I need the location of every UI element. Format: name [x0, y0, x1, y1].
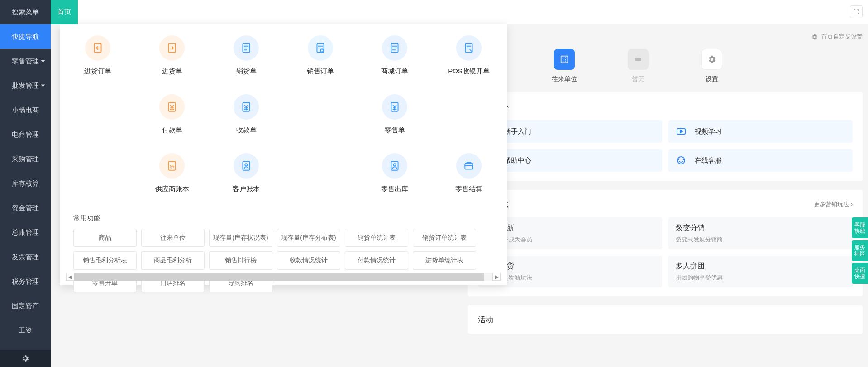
help-item-label: 在线客服	[695, 156, 722, 165]
money-icon	[382, 94, 407, 120]
flow-node-10[interactable]: 客户账本	[209, 153, 283, 212]
sidebar-item-label: 总账管理	[12, 228, 39, 237]
float-button-0[interactable]: 客服热线	[852, 217, 868, 238]
sidebar: 搜索菜单快捷导航零售管理批发管理小畅电商电商管理采购管理库存核算资金管理总账管理…	[0, 0, 51, 367]
customer-icon	[234, 153, 259, 179]
flow-node-12[interactable]: 零售结算	[432, 153, 506, 212]
sidebar-item-9[interactable]: 总账管理	[0, 220, 51, 245]
common-fn-5[interactable]: 销货订单统计表	[413, 229, 476, 247]
doc-list-icon	[234, 35, 259, 61]
fullscreen-icon	[853, 9, 859, 15]
sidebar-item-label: 固定资产	[12, 302, 39, 310]
marketing-card-title: 多人拼团	[676, 261, 845, 271]
flow-node-label: 零售单	[385, 126, 405, 135]
flow-node-label: 零售出库	[381, 185, 408, 193]
sidebar-item-label: 搜索菜单	[12, 8, 39, 17]
chevron-down-icon	[41, 85, 45, 87]
tile-icon	[554, 49, 575, 70]
marketing-card-3[interactable]: 多人拼团拼团购物享受优惠	[668, 256, 853, 287]
float-button-2[interactable]: 桌面快捷	[852, 263, 868, 284]
flow-node-2[interactable]: 销货单	[209, 35, 283, 94]
sidebar-item-0[interactable]: 搜索菜单	[0, 0, 51, 24]
scroll-thumb[interactable]	[74, 273, 484, 281]
scroll-right-icon[interactable]: ▶	[492, 273, 501, 281]
chevron-right-icon: ›	[851, 201, 853, 208]
sidebar-item-10[interactable]: 发票管理	[0, 245, 51, 269]
marketing-card-1[interactable]: 裂变分销裂变式发展分销商	[668, 217, 853, 249]
flow-node-7[interactable]: 收款单	[209, 94, 283, 153]
sidebar-item-8[interactable]: 资金管理	[0, 196, 51, 220]
sidebar-settings[interactable]	[0, 350, 51, 367]
help-item-3[interactable]: 在线客服	[668, 149, 853, 172]
marketing-card: 营销玩法 更多营销玩法 › 会员拉新吸引用户成为会员裂变分销裂变式发展分销商直播…	[468, 190, 863, 296]
horizontal-scrollbar[interactable]: ◀ ▶	[66, 273, 501, 281]
common-fn-6[interactable]: 销售毛利分析表	[73, 251, 137, 270]
help-center-card: 帮助中心 新手入门视频学习帮助中心在线客服	[468, 92, 863, 181]
sidebar-item-12[interactable]: 固定资产	[0, 294, 51, 318]
sidebar-item-label: 采购管理	[12, 155, 39, 164]
common-fn-7[interactable]: 商品毛利分析	[141, 251, 205, 270]
svg-text:供: 供	[170, 164, 174, 169]
flow-node-3[interactable]: 销售订单	[283, 35, 358, 94]
flow-node-11[interactable]: 零售出库	[358, 153, 432, 212]
quick-tile-3[interactable]: 设置	[689, 49, 734, 83]
flow-node-label: 供应商账本	[155, 185, 189, 193]
flow-node-label: 进货订单	[84, 67, 111, 76]
scroll-left-icon[interactable]: ◀	[66, 273, 74, 281]
common-fn-4[interactable]: 销货单统计表	[345, 229, 408, 247]
svg-point-15	[393, 164, 396, 166]
tab-home[interactable]: 首页	[51, 0, 78, 24]
help-item-1[interactable]: 视频学习	[668, 120, 853, 143]
flow-node-4[interactable]: 商城订单	[358, 35, 432, 94]
marketing-more-link[interactable]: 更多营销玩法 ›	[814, 200, 853, 208]
scroll-track[interactable]	[74, 273, 492, 281]
sidebar-item-7[interactable]: 库存核算	[0, 171, 51, 196]
common-fn-1[interactable]: 往来单位	[141, 229, 205, 247]
sidebar-item-6[interactable]: 采购管理	[0, 147, 51, 171]
sidebar-item-1[interactable]: 快捷导航	[0, 24, 51, 49]
flow-node-0[interactable]: 进货订单	[61, 35, 135, 94]
flow-node-label: 进货单	[162, 67, 182, 76]
sidebar-item-label: 电商管理	[12, 130, 39, 139]
common-fn-10[interactable]: 付款情况统计	[345, 251, 408, 270]
right-column: 首页自定义设置 现金流量表往来单位暂无设置 帮助中心 新手入门视频学习帮助中心在…	[468, 30, 863, 334]
common-fn-2[interactable]: 现存量(库存状况表)	[209, 229, 272, 247]
quick-tile-1[interactable]: 往来单位	[542, 49, 587, 83]
money-icon	[159, 94, 185, 120]
flow-node-label: POS收银开单	[448, 67, 490, 76]
common-fn-8[interactable]: 销售排行榜	[209, 251, 272, 270]
doc-in-icon	[85, 35, 110, 61]
common-fn-0[interactable]: 商品	[73, 229, 137, 247]
common-fn-9[interactable]: 收款情况统计	[277, 251, 340, 270]
common-fn-11[interactable]: 进货单统计表	[413, 251, 476, 270]
sidebar-item-2[interactable]: 零售管理	[0, 49, 51, 73]
fullscreen-button[interactable]	[850, 5, 863, 18]
svg-point-13	[245, 164, 247, 166]
flow-node-9[interactable]: 供供应商账本	[135, 153, 209, 212]
flow-node-label: 客户账本	[233, 185, 260, 193]
sidebar-item-4[interactable]: 小畅电商	[0, 98, 51, 122]
marketing-card-title: 会员拉新	[485, 223, 655, 233]
homepage-custom-settings[interactable]: 首页自定义设置	[468, 30, 863, 43]
sidebar-item-5[interactable]: 电商管理	[0, 122, 51, 147]
help-item-label: 帮助中心	[504, 156, 531, 165]
marketing-card-subtitle: 裂变式发展分销商	[676, 236, 845, 244]
flow-node-5[interactable]: POS收银开单	[432, 35, 506, 94]
svg-point-4	[320, 49, 324, 52]
svg-rect-19	[561, 56, 568, 63]
doc-edit-icon	[456, 35, 482, 61]
common-fn-3[interactable]: 现存量(库存分布表)	[277, 229, 340, 247]
tile-label: 往来单位	[552, 75, 577, 83]
gear-icon	[811, 34, 818, 40]
sidebar-item-3[interactable]: 批发管理	[0, 73, 51, 98]
flow-node-label: 收款单	[236, 126, 257, 135]
flow-node-8[interactable]: 零售单	[358, 94, 432, 153]
float-button-1[interactable]: 服务社区	[852, 240, 868, 261]
sidebar-item-11[interactable]: 税务管理	[0, 269, 51, 294]
flow-node-6[interactable]: 付款单	[135, 94, 209, 153]
flow-node-1[interactable]: 进货单	[135, 35, 209, 94]
sidebar-item-label: 资金管理	[12, 204, 39, 212]
marketing-card-subtitle: 拼团购物享受优惠	[676, 274, 845, 282]
quick-tile-2[interactable]: 暂无	[615, 49, 661, 83]
sidebar-item-13[interactable]: 工资	[0, 318, 51, 343]
